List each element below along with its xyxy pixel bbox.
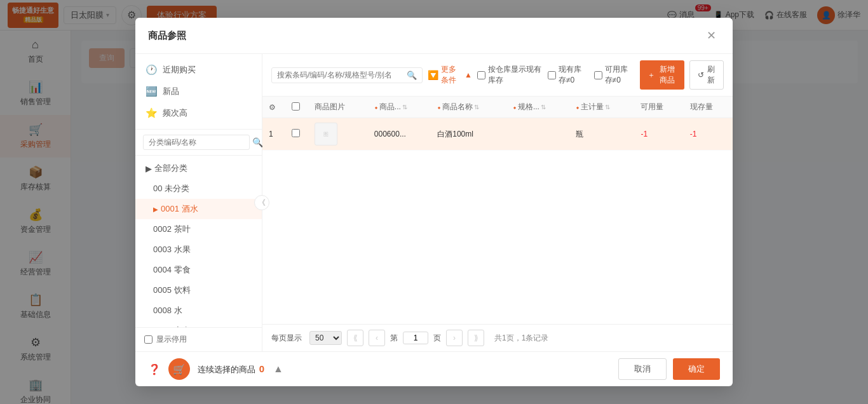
category-item-0002[interactable]: 0002 茶叶 bbox=[135, 219, 262, 239]
sort-icon: ⇅ bbox=[541, 104, 546, 111]
checkbox-warehouse-input[interactable] bbox=[477, 71, 485, 79]
product-table: ⚙ 商品图片 bbox=[262, 97, 733, 151]
confirm-button[interactable]: 确定 bbox=[673, 358, 720, 380]
category-search-input[interactable] bbox=[143, 135, 250, 150]
page-label: 第 bbox=[390, 333, 398, 344]
th-unit[interactable]: ⬥ 主计量 ⇅ bbox=[569, 97, 634, 118]
expand-icon: ▶ bbox=[146, 164, 152, 173]
th-gear[interactable]: ⚙ bbox=[262, 97, 285, 118]
td-spec bbox=[506, 118, 569, 151]
refresh-icon: ↺ bbox=[698, 71, 704, 79]
footer-right: 取消 确定 bbox=[618, 358, 720, 380]
product-search-input[interactable] bbox=[277, 71, 404, 79]
help-icon[interactable]: ❓ bbox=[148, 363, 161, 375]
modal-footer: ❓ 🛒 连续选择的商品 0 ▲ 取消 确定 bbox=[135, 351, 733, 386]
modal-toolbar: 🔍 🔽 更多条件 ▲ 按仓库显示现有库存 现有库存≠0 可用库存≠ bbox=[262, 54, 733, 97]
pagination-bar: 每页显示 50 10 20 100 ⟪ ‹ 第 页 › ⟫ 共1页，1条记录 bbox=[262, 324, 733, 351]
modal-body: 🕐 近期购买 🆕 新品 ⭐ 频次高 《 🔍 bbox=[135, 54, 733, 351]
modal-header: 商品参照 ✕ bbox=[135, 18, 733, 54]
category-all[interactable]: ▶ 全部分类 bbox=[135, 158, 262, 178]
filter-icon: 🔽 bbox=[428, 70, 438, 80]
prev-page-button[interactable]: ‹ bbox=[369, 330, 385, 346]
td-stock: -1 bbox=[684, 118, 733, 151]
td-check[interactable] bbox=[285, 118, 308, 151]
table-row[interactable]: 1 图 000600... 白酒100ml 瓶 -1 bbox=[262, 118, 733, 151]
checkbox-warehouse[interactable]: 按仓库显示现有库存 bbox=[477, 64, 543, 86]
product-image: 图 bbox=[315, 123, 337, 145]
show-disabled-row: 显示停用 bbox=[135, 327, 262, 351]
select-all-checkbox[interactable] bbox=[292, 102, 300, 111]
product-reference-modal: 商品参照 ✕ 🕐 近期购买 🆕 新品 ⭐ 频次高 bbox=[135, 18, 733, 386]
td-unit: 瓶 bbox=[569, 118, 634, 151]
sort-icon-left: ⬥ bbox=[513, 104, 517, 111]
show-disabled-checkbox[interactable] bbox=[144, 335, 153, 344]
sort-icon: ⇅ bbox=[402, 104, 407, 111]
modal-title: 商品参照 bbox=[148, 30, 186, 42]
next-page-button[interactable]: › bbox=[446, 330, 463, 346]
modal-nav-recent[interactable]: 🕐 近期购买 bbox=[135, 59, 262, 81]
page-input[interactable] bbox=[403, 332, 428, 344]
category-item-0001[interactable]: ▶ 0001 酒水 bbox=[135, 199, 262, 219]
th-name[interactable]: ⬥ 商品名称 ⇅ bbox=[431, 97, 506, 118]
page-size-select[interactable]: 50 10 20 100 bbox=[309, 331, 342, 345]
table-body: 1 图 000600... 白酒100ml 瓶 -1 bbox=[262, 118, 733, 151]
category-item-00[interactable]: 00 未分类 bbox=[135, 178, 262, 199]
checkbox-usable-input[interactable] bbox=[594, 71, 602, 79]
category-item-0004[interactable]: 0004 零食 bbox=[135, 260, 262, 280]
th-img: 商品图片 bbox=[308, 97, 368, 118]
th-available: 可用量 bbox=[634, 97, 683, 118]
category-item-0008[interactable]: 0008 水 bbox=[135, 300, 262, 321]
td-name: 白酒100ml bbox=[431, 118, 506, 151]
category-list: ▶ 全部分类 00 未分类 ▶ 0001 酒水 0002 茶叶 0003 水果 bbox=[135, 156, 262, 327]
refresh-button[interactable]: ↺ 刷新 bbox=[689, 60, 724, 90]
th-spec[interactable]: ⬥ 规格... ⇅ bbox=[506, 97, 569, 118]
sort-icon-left: ⬥ bbox=[576, 104, 580, 111]
checkbox-available-input[interactable] bbox=[548, 71, 556, 79]
filter-more-button[interactable]: 🔽 更多条件 ▲ bbox=[428, 64, 472, 86]
recent-icon: 🕐 bbox=[146, 64, 158, 76]
cart-icon[interactable]: 🛒 bbox=[168, 358, 190, 380]
sort-icon: ⇅ bbox=[474, 104, 479, 111]
category-search-row: 🔍 bbox=[135, 130, 262, 156]
collapse-icon[interactable]: ▲ bbox=[273, 363, 283, 375]
new-icon: 🆕 bbox=[146, 86, 158, 97]
gear-icon: ⚙ bbox=[269, 103, 276, 112]
category-item-0005[interactable]: 0005 饮料 bbox=[135, 280, 262, 300]
toolbar-right: ＋ 新增商品 ↺ 刷新 bbox=[640, 60, 724, 90]
cancel-button[interactable]: 取消 bbox=[618, 358, 667, 380]
modal-nav-frequent[interactable]: ⭐ 频次高 bbox=[135, 102, 262, 124]
modal-right-panel: 🔍 🔽 更多条件 ▲ 按仓库显示现有库存 现有库存≠0 可用库存≠ bbox=[262, 54, 733, 351]
sort-icon-left: ⬥ bbox=[374, 104, 378, 111]
table-header-row: ⚙ 商品图片 bbox=[262, 97, 733, 118]
checkbox-available[interactable]: 现有库存≠0 bbox=[548, 64, 589, 86]
modal-left-panel: 🕐 近期购买 🆕 新品 ⭐ 频次高 《 🔍 bbox=[135, 54, 262, 351]
td-code: 000600... bbox=[368, 118, 431, 151]
chevron-up-icon: ▲ bbox=[465, 71, 472, 79]
category-search-icon[interactable]: 🔍 bbox=[252, 137, 263, 147]
th-code[interactable]: ⬥ 商品... ⇅ bbox=[368, 97, 431, 118]
search-icon[interactable]: 🔍 bbox=[407, 71, 417, 80]
modal-nav: 🕐 近期购买 🆕 新品 ⭐ 频次高 bbox=[135, 54, 262, 130]
plus-icon: ＋ bbox=[648, 70, 655, 81]
category-item-0010[interactable]: 0010 家电 bbox=[135, 321, 262, 327]
star-icon: ⭐ bbox=[146, 107, 158, 119]
th-checkbox bbox=[285, 97, 308, 118]
category-item-0003[interactable]: 0003 水果 bbox=[135, 239, 262, 260]
product-search-box: 🔍 bbox=[271, 67, 423, 83]
first-page-button[interactable]: ⟪ bbox=[347, 330, 363, 346]
modal-nav-new[interactable]: 🆕 新品 bbox=[135, 81, 262, 102]
sort-icon: ⇅ bbox=[605, 104, 610, 111]
checkbox-usable[interactable]: 可用库存≠0 bbox=[594, 64, 635, 86]
sort-icon-left: ⬥ bbox=[437, 104, 441, 111]
td-seq: 1 bbox=[262, 118, 285, 151]
td-available: -1 bbox=[634, 118, 683, 151]
modal-close-button[interactable]: ✕ bbox=[702, 27, 720, 44]
add-product-button[interactable]: ＋ 新增商品 bbox=[640, 60, 684, 90]
page-unit: 页 bbox=[433, 333, 441, 344]
arrow-icon: ▶ bbox=[153, 206, 158, 213]
td-img: 图 bbox=[308, 118, 368, 151]
product-table-wrap: ⚙ 商品图片 bbox=[262, 97, 733, 324]
last-page-button[interactable]: ⟫ bbox=[468, 330, 484, 346]
th-stock: 现存量 bbox=[684, 97, 733, 118]
footer-selected-label: 连续选择的商品 0 bbox=[198, 363, 266, 375]
